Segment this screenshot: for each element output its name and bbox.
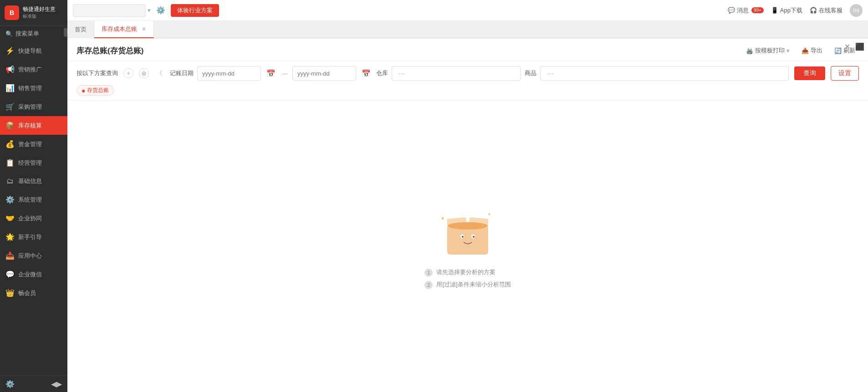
sidebar-item-guide[interactable]: 🌟 新手引导	[0, 228, 67, 246]
filter-bar: 按以下方案查询 ＋ ⊗ 《 记账日期 📅 — 📅 仓库 ···	[67, 61, 868, 101]
sidebar-item-system[interactable]: ⚙️ 系统管理	[0, 190, 67, 209]
tab-close-icon[interactable]: ✕	[142, 26, 146, 32]
sidebar-item-member[interactable]: 👑 畅会员	[0, 284, 67, 302]
industry-solution-button[interactable]: 体验行业方案	[171, 4, 219, 17]
tabs-bar: 首页 库存成本总账 ✕	[67, 21, 868, 38]
filter-tag-inventory[interactable]: ● 存货总账	[77, 85, 114, 96]
sidebar-item-label: 基础信息	[18, 177, 42, 185]
appstore-icon: 📥	[5, 251, 15, 260]
sidebar-item-label: 企业微信	[18, 270, 42, 279]
svg-point-6	[462, 236, 464, 238]
goods-label: 商品	[525, 69, 536, 77]
goods-more-icon[interactable]: ···	[547, 69, 554, 78]
close-panel-btn[interactable]: ✕	[842, 41, 853, 52]
sidebar-item-label: 营销推广	[18, 66, 42, 74]
svg-text:✦: ✦	[487, 212, 491, 217]
tab-home-label: 首页	[75, 25, 87, 34]
gear-icon[interactable]: ⚙️	[154, 4, 167, 16]
settings-footer-btn[interactable]: ⚙️	[5, 380, 15, 388]
search-menu[interactable]: 🔍 搜索菜单	[0, 26, 67, 41]
guide-icon: 🌟	[5, 233, 15, 241]
message-badge: 99+	[751, 7, 764, 13]
breadcrumb-input[interactable]	[73, 4, 146, 17]
sidebar-item-label: 畅会员	[18, 289, 36, 297]
date-label: 记账日期	[170, 69, 194, 77]
expand-panel-btn[interactable]: ⬛	[854, 41, 865, 52]
query-button[interactable]: 查询	[794, 66, 825, 80]
sidebar-item-sales[interactable]: 📊 销售管理	[0, 79, 67, 97]
sidebar-item-appstore[interactable]: 📥 应用中心	[0, 246, 67, 265]
sidebar-item-label: 经营管理	[18, 159, 42, 167]
empty-svg: ✦ ✦ ✦	[438, 200, 497, 259]
filter-row-scheme: 按以下方案查询 ＋ ⊗ 《 记账日期 📅 — 📅 仓库 ···	[77, 66, 859, 81]
sidebar-item-purchase[interactable]: 🛒 采购管理	[0, 97, 67, 116]
sidebar-item-label: 企业协同	[18, 214, 42, 223]
breadcrumb-area: ▾	[73, 4, 151, 17]
sidebar-item-inventory[interactable]: 📦 库存核算	[0, 116, 67, 135]
filter-controls: 记账日期 📅 — 📅 仓库 ··· 商品 ···	[170, 66, 789, 81]
collapse-sidebar-btn[interactable]: ◀▶	[51, 380, 62, 388]
calendar-start-icon[interactable]: 📅	[265, 67, 277, 80]
del-scheme-btn[interactable]: ⊗	[139, 68, 149, 78]
dropdown-arrow-icon[interactable]: ▾	[148, 7, 151, 14]
print-icon: 🖨️	[746, 47, 753, 54]
app-download-btn[interactable]: 📱 App下载	[771, 6, 802, 15]
empty-state: ✦ ✦ ✦ 1 请先选择要分析的方案 2 用[过滤]条件来缩小分析范围	[67, 101, 868, 392]
purchase-icon: 🛒	[5, 102, 15, 111]
sidebar-item-cooperation[interactable]: 🤝 企业协同	[0, 209, 67, 228]
logo-icon: B	[5, 5, 19, 20]
sidebar-item-label: 资金管理	[18, 140, 42, 148]
message-label: 消息	[737, 6, 749, 15]
date-start-input[interactable]	[197, 66, 261, 81]
print-btn[interactable]: 🖨️ 按模板打印 ▾	[742, 45, 793, 56]
topbar-left: ▾ ⚙️ 体验行业方案	[73, 4, 724, 17]
sidebar-item-operation[interactable]: 📋 经营管理	[0, 153, 67, 172]
sidebar-footer: ⚙️ ◀▶	[0, 376, 67, 392]
calendar-end-icon[interactable]: 📅	[360, 67, 373, 80]
warehouse-more-icon[interactable]: ···	[398, 69, 405, 78]
date-separator: —	[281, 70, 289, 77]
sidebar-item-marketing[interactable]: 📢 营销推广	[0, 60, 67, 79]
date-end-input[interactable]	[292, 66, 356, 81]
headset-icon: 🎧	[810, 7, 817, 14]
app-name: 畅捷通好生意	[23, 6, 56, 13]
hint-num-1: 1	[424, 269, 433, 277]
print-dropdown-icon[interactable]: ▾	[786, 47, 790, 54]
svg-point-7	[473, 236, 475, 238]
online-service-btn[interactable]: 🎧 在线客服	[810, 6, 842, 15]
tab-home[interactable]: 首页	[67, 21, 94, 38]
hint-item-2: 2 用[过滤]条件来缩小分析范围	[424, 280, 511, 289]
export-btn[interactable]: 📤 导出	[798, 45, 826, 56]
warehouse-input[interactable]: ···	[392, 66, 521, 81]
sidebar-item-label: 新手引导	[18, 233, 42, 241]
cooperation-icon: 🤝	[5, 214, 15, 223]
empty-illustration: ✦ ✦ ✦	[438, 200, 497, 259]
svg-text:✦: ✦	[481, 224, 485, 228]
filter-tags: ● 存货总账	[77, 85, 859, 96]
sidebar-item-wechat[interactable]: 💬 企业微信	[0, 265, 67, 284]
sidebar-item-label: 库存核算	[18, 122, 42, 130]
topbar: ▾ ⚙️ 体验行业方案 💬 消息 99+ 📱 App下载 🎧 在线客服 Rit	[67, 0, 868, 21]
collapse-filter-btn[interactable]: 《	[154, 67, 164, 79]
sidebar-item-basic[interactable]: 🗂 基础信息	[0, 172, 67, 190]
tab-inventory-cost[interactable]: 库存成本总账 ✕	[94, 21, 154, 38]
settings-button[interactable]: 设置	[831, 66, 859, 81]
finance-icon: 💰	[5, 140, 15, 148]
sidebar-item-label: 销售管理	[18, 84, 42, 92]
app-download-label: App下载	[780, 6, 802, 15]
add-scheme-btn[interactable]: ＋	[123, 68, 133, 78]
svg-text:✦: ✦	[440, 215, 445, 222]
goods-input[interactable]: ···	[540, 66, 789, 81]
sidebar-item-label: 快捷导航	[18, 47, 42, 55]
user-area[interactable]: Rit	[850, 4, 863, 17]
content-area: ✦ ✦ ✦ 1 请先选择要分析的方案 2 用[过滤]条件来缩小分析范围	[67, 101, 868, 392]
hint-item-1: 1 请先选择要分析的方案	[424, 268, 511, 277]
sidebar-item-label: 系统管理	[18, 196, 42, 204]
search-icon: 🔍	[5, 31, 13, 37]
message-icon: 💬	[728, 7, 735, 14]
sidebar-item-finance[interactable]: 💰 资金管理	[0, 135, 67, 153]
message-btn[interactable]: 💬 消息 99+	[728, 6, 764, 15]
sidebar-item-shortcut[interactable]: ⚡ 快捷导航	[0, 41, 67, 60]
user-initials: Rit	[853, 8, 859, 13]
page-header: 库存总账(存货总账) 🖨️ 按模板打印 ▾ 📤 导出 🔄 刷新 ✕	[67, 38, 868, 61]
